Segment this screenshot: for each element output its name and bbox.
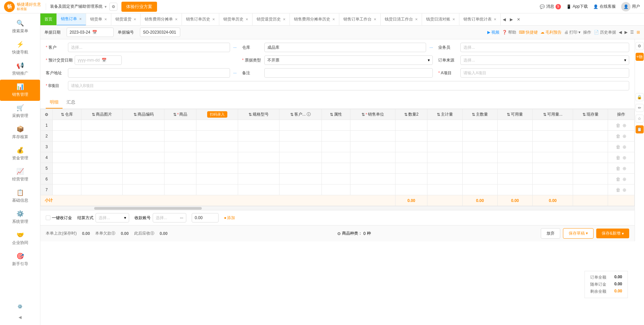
online-service-item[interactable]: 👤 在线客服 (593, 4, 616, 9)
grid-view-button[interactable]: ⊞ (637, 30, 640, 35)
cell-available2[interactable] (532, 120, 573, 131)
sidebar-item-marketing[interactable]: 📢 营销推广 (0, 58, 40, 80)
delete-icon[interactable]: 🗑 (616, 144, 620, 150)
delete-icon[interactable]: 🗑 (616, 166, 620, 171)
delete-icon[interactable]: 🗑 (616, 123, 620, 128)
app-download-item[interactable]: 📱 App下载 (566, 4, 588, 9)
settings-icon[interactable]: ⚙ (109, 3, 117, 11)
shortcut-button[interactable]: ⌨ 快捷键 (519, 30, 538, 35)
save-draft-button[interactable]: 保存草稿 ▾ (563, 228, 594, 239)
solution-button[interactable]: 体验行业方案 (121, 2, 157, 12)
customer-more-icon[interactable]: ··· (233, 45, 237, 50)
tab-invoice[interactable]: 销货单 ✕ (86, 13, 111, 26)
cell-code[interactable] (123, 120, 164, 131)
tab-close-icon[interactable]: ✕ (104, 17, 107, 21)
cell-main-unit[interactable] (427, 120, 462, 131)
sidebar-item-inventory[interactable]: 📦 库存核算 (0, 122, 40, 143)
tab-return[interactable]: 销货退货 ✕ (111, 13, 141, 26)
discard-button[interactable]: 放弃 (541, 228, 560, 239)
copy-icon[interactable]: ⊕ (622, 176, 627, 182)
tab-close-icon[interactable]: ✕ (374, 17, 376, 21)
nav-next-button[interactable]: ▶ (624, 30, 628, 35)
sidebar-collapse-button[interactable]: ◀ (16, 312, 24, 322)
copy-icon[interactable]: ⊕ (622, 187, 627, 193)
cell-image[interactable] (81, 120, 122, 131)
account-select[interactable]: 选择... ··· (153, 213, 186, 222)
list-view-button[interactable]: ☰ (630, 30, 634, 35)
tab-close-icon[interactable]: ✕ (415, 17, 418, 21)
lock-tool[interactable]: 🔒 (636, 93, 644, 101)
tab-close-icon[interactable]: ✕ (79, 17, 82, 21)
remark-input[interactable] (264, 68, 433, 78)
delete-icon[interactable]: 🗑 (616, 133, 620, 139)
tab-home[interactable]: 首页 (40, 13, 57, 26)
detail-tab-summary[interactable]: 汇总 (63, 96, 79, 109)
copy-icon[interactable]: ⊕ (622, 166, 627, 171)
sidebar-item-system[interactable]: ⚙️ 系统管理 (0, 207, 40, 228)
add-material-tool[interactable]: +物 (636, 53, 644, 61)
view-button[interactable]: ▶ 视频 (487, 30, 499, 35)
detail-tab-detail[interactable]: 明细 (46, 96, 63, 109)
sidebar-item-enterprise[interactable]: 🤝 企业协同 (0, 228, 40, 249)
tab-close-icon[interactable]: ✕ (494, 17, 496, 21)
number-input[interactable]: SO-20230324-001 (140, 28, 180, 37)
star-tool[interactable]: ☆ (636, 115, 644, 123)
invoice-select[interactable]: 不开票 ▾ (264, 55, 433, 65)
tab-close-icon[interactable]: ✕ (332, 17, 335, 21)
one-click-checkbox[interactable]: 一键收订金 (46, 215, 72, 221)
sidebar-item-sales[interactable]: 📊 销售管理 (0, 80, 40, 101)
date-input[interactable]: 2023-03-24 📅 (67, 28, 114, 37)
user-item[interactable]: 👤 用户 (621, 2, 640, 11)
cell-attr[interactable] (321, 120, 350, 131)
cell-unit[interactable] (350, 120, 395, 131)
cell-spec[interactable] (238, 120, 279, 131)
tab-close-icon[interactable]: ✕ (245, 17, 248, 21)
settings-tool[interactable]: ⚙ (636, 42, 644, 50)
message-item[interactable]: 💬 消息 9 (540, 4, 561, 9)
cell-stock[interactable] (573, 120, 608, 131)
scan-button[interactable]: 扫码录入 (207, 111, 227, 118)
sidebar-item-operations[interactable]: 📈 经营管理 (0, 164, 40, 186)
cell-scan[interactable] (196, 120, 238, 131)
cell-customer-code[interactable] (279, 120, 322, 131)
save-new-button[interactable]: 保存&新增 ▾ (596, 229, 629, 238)
customer-input[interactable]: 选择... (68, 43, 230, 52)
sidebar-item-search[interactable]: 🔍 搜索菜单 (0, 16, 40, 37)
tab-next-button[interactable]: ▶ (508, 13, 515, 26)
tab-expense-history[interactable]: 销售费用分摊单历史 ✕ (290, 13, 339, 26)
copy-icon[interactable]: ⊕ (622, 123, 627, 128)
tab-reconcile[interactable]: 钱货日清对账 ✕ (422, 13, 459, 26)
amount-input[interactable]: 0.00 (192, 213, 219, 222)
payment-select[interactable]: 选择... ▾ (96, 213, 129, 222)
tab-close-icon[interactable]: ✕ (175, 17, 178, 21)
tab-stats[interactable]: 销售订单统计表 ✕ (459, 13, 501, 26)
col-scan[interactable]: 扫码录入 (196, 109, 238, 120)
address-input[interactable] (68, 68, 230, 78)
order-source-select[interactable]: 选择... ▾ (460, 55, 629, 65)
tab-close-icon[interactable]: ✕ (212, 17, 215, 21)
sidebar-item-basics[interactable]: 📋 基础信息 (0, 186, 40, 207)
table-scrollbar[interactable] (40, 206, 635, 210)
cell-warehouse[interactable] (53, 120, 81, 131)
copy-icon[interactable]: ⊕ (622, 133, 627, 139)
print-button[interactable]: 🖨 打印 ▾ (564, 30, 580, 35)
cell-qty2[interactable] (395, 120, 427, 131)
staff-input[interactable]: 选择... (460, 43, 629, 52)
add-button[interactable]: ● 添加 (224, 215, 235, 221)
tab-close-icon[interactable]: ✕ (283, 17, 286, 21)
tab-close-icon[interactable]: ✕ (452, 17, 455, 21)
checkbox-input[interactable] (46, 215, 50, 220)
cell-available[interactable] (497, 120, 532, 131)
tab-more-button[interactable]: ✕ (515, 13, 522, 26)
tab-return-history[interactable]: 销货退货历史 ✕ (253, 13, 290, 26)
delete-icon[interactable]: 🗑 (616, 176, 620, 182)
history-button[interactable]: 📄 历史单据 (594, 30, 616, 35)
tab-order-workbench[interactable]: 销售订单工作台 ✕ (339, 13, 381, 26)
account-more-icon[interactable]: ··· (180, 215, 183, 220)
cell-product[interactable] (164, 120, 196, 131)
scrollbar-thumb[interactable] (94, 207, 202, 210)
tab-prev-button[interactable]: ◀ (501, 13, 508, 26)
tab-expense[interactable]: 销售费用分摊单 ✕ (141, 13, 182, 26)
a-project-input[interactable]: 请输入A项目 (460, 68, 629, 78)
edit-tool[interactable]: ✏ (636, 104, 644, 112)
